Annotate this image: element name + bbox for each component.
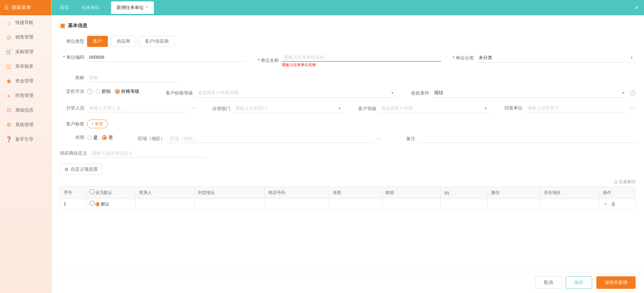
row-default-radio[interactable]: 默认 <box>95 201 109 207</box>
cancel-button[interactable]: 取消 <box>535 276 561 289</box>
sidebar-item-guide[interactable]: ❓ 新手引导 <box>0 132 51 147</box>
pricing-radio-level[interactable]: 价格等级 <box>115 88 139 95</box>
sidebar-item-quick-nav[interactable]: ⌂ 快捷导航 <box>0 15 51 30</box>
col-address: 到货地址 <box>194 187 265 199</box>
sidebar-item-operation[interactable]: ≡ 经营管理 <box>0 88 51 103</box>
select-all-checkbox[interactable] <box>90 189 94 194</box>
save-button[interactable]: 保存 <box>566 276 592 289</box>
tab-contact[interactable]: 往来单位 × <box>76 1 110 14</box>
phone-input[interactable] <box>268 202 300 207</box>
cell-phone[interactable] <box>265 199 329 210</box>
pricing-radio-discount[interactable]: 折扣 <box>95 88 111 95</box>
tab-new-contact-close[interactable]: × <box>146 5 148 10</box>
unit-type-label: 单位类型 <box>60 38 84 44</box>
payment-terms-value: 现结 <box>434 90 443 96</box>
tab-contact-close[interactable]: × <box>102 5 104 10</box>
wechat-input[interactable] <box>491 202 516 207</box>
unit-code-input[interactable] <box>87 53 246 62</box>
cell-seq: 1 <box>60 199 86 210</box>
add-row-button[interactable]: + <box>603 201 608 207</box>
remark-input[interactable] <box>418 135 636 143</box>
disabled-field: 停用 是 否 <box>60 135 129 141</box>
guide-icon: ❓ <box>6 136 12 143</box>
cell-email[interactable] <box>382 199 440 210</box>
disabled-region-row: 停用 是 否 区域（地区） ··· <box>60 135 636 143</box>
sidebar-item-basic[interactable]: ⊡ 基础信息 <box>0 103 51 117</box>
settlement-unit-input[interactable] <box>525 104 626 112</box>
abbr-input[interactable] <box>87 74 178 82</box>
unit-category-select[interactable]: 未分类 ▼ <box>477 53 636 63</box>
disabled-yes-radio[interactable]: 是 <box>87 135 98 141</box>
tab-bar: 首页 往来单位 × 新增往来单位 × × <box>52 0 644 15</box>
sidebar-item-label: 采购管理 <box>15 49 33 55</box>
payment-terms-field: 收款条件 现结 ▼ ? <box>405 88 636 98</box>
region-input[interactable] <box>168 135 374 143</box>
region-more-btn[interactable]: ··· <box>375 136 383 142</box>
unit-code-field: 单位编码 <box>60 53 246 62</box>
manager-more-btn[interactable]: ··· <box>190 105 197 111</box>
cell-address[interactable] <box>194 199 265 210</box>
manager-input[interactable] <box>87 104 187 112</box>
qq-input[interactable] <box>444 202 465 207</box>
tab-new-contact[interactable]: 新增往来单位 × <box>111 1 154 14</box>
footer-bar: 取消 保存 保存并新增 <box>52 272 644 293</box>
payment-terms-help-icon[interactable]: ? <box>630 90 636 96</box>
delete-row-button[interactable]: 🗑 <box>610 201 617 207</box>
address-input[interactable] <box>198 202 233 207</box>
sidebar-item-label: 库存核算 <box>15 63 33 70</box>
operation-icon: ≡ <box>6 92 12 99</box>
disabled-yes-label: 是 <box>93 135 98 141</box>
supplier-custom-input[interactable] <box>90 149 206 157</box>
tab-home[interactable]: 首页 <box>54 1 74 14</box>
unit-name-input[interactable] <box>282 53 441 62</box>
default-radio-circle <box>95 202 100 206</box>
email-input[interactable] <box>386 202 414 207</box>
batch-delete-area[interactable]: ⊟ 批量删除 <box>60 179 636 185</box>
cell-contact[interactable] <box>136 199 194 210</box>
cell-qq[interactable] <box>441 199 488 210</box>
sidebar-item-label: 基础信息 <box>15 107 33 113</box>
col-qq: qq <box>441 187 488 199</box>
save-and-new-button[interactable]: 保存并新增 <box>596 276 636 289</box>
row-checkbox[interactable] <box>90 201 94 205</box>
sidebar-item-system[interactable]: ⚙ 系统管理 <box>0 117 51 132</box>
unit-type-row: 单位类型 客户 供应商 客户/供应商 <box>60 36 636 47</box>
abbr-label: 简称 <box>60 75 84 81</box>
payment-terms-select[interactable]: 现结 ▼ <box>432 88 627 98</box>
custom-settings-label: 自定义项设置 <box>71 166 98 172</box>
pricing-help-icon[interactable]: ? <box>87 89 93 94</box>
region-field: 区域（地区） ··· <box>138 135 383 143</box>
sidebar-search-label: 搜索菜单 <box>11 5 31 11</box>
fax-input[interactable] <box>333 202 357 207</box>
col-seq: 序号 <box>60 187 86 199</box>
unit-type-both-btn[interactable]: 客户/供应商 <box>139 36 175 47</box>
sidebar-item-purchase[interactable]: 🛒 采购管理 <box>0 44 51 59</box>
chevron-down-icon5: ▼ <box>484 106 488 111</box>
sidebar-item-finance[interactable]: ◉ 资金管理 <box>0 74 51 88</box>
unit-info-row: 单位编码 单位名称 请输入往来单位名称 单位分类 未分类 ▼ <box>60 53 636 67</box>
row-region-input[interactable] <box>544 202 572 207</box>
disabled-no-radio[interactable]: 否 <box>102 135 113 141</box>
chevron-down-icon3: ▼ <box>621 91 625 95</box>
cell-region[interactable] <box>541 199 599 210</box>
cell-wechat[interactable] <box>488 199 541 210</box>
unit-category-label: 单位分类 <box>449 55 474 61</box>
cell-fax[interactable] <box>329 199 382 210</box>
sidebar-item-inventory[interactable]: ◫ 库存核算 <box>0 59 51 74</box>
unit-type-supplier-btn[interactable]: 供应商 <box>111 36 136 47</box>
pricing-method-field: 定价方法 ? 折扣 价格等级 <box>60 88 157 95</box>
manager-row: 分管人员 ··· 分管部门 请输入分管部门 ▼ 客户等级 请选择客户等级 ▼ 结… <box>60 104 636 113</box>
add-tag-button[interactable]: + 标签 <box>87 120 108 128</box>
settlement-more-btn[interactable]: ··· <box>628 105 636 111</box>
contact-input[interactable] <box>139 202 167 207</box>
customer-price-level-select[interactable]: 请选择客户价格等级 ▼ <box>196 88 396 98</box>
sidebar-search[interactable]: ☰ 搜索菜单 <box>0 0 51 15</box>
main-close-button[interactable]: × <box>632 4 641 11</box>
sidebar-item-sales[interactable]: ◎ 销售管理 <box>0 30 51 44</box>
custom-settings-button[interactable]: ⚙ 自定义项设置 <box>60 164 102 175</box>
dept-select[interactable]: 请输入分管部门 ▼ <box>233 104 344 113</box>
unit-type-customer-btn[interactable]: 客户 <box>87 36 108 47</box>
disabled-label: 停用 <box>60 135 84 141</box>
customer-price-level-label: 客户价格等级 <box>166 90 193 96</box>
customer-level-select[interactable]: 请选择客户等级 ▼ <box>379 104 490 113</box>
